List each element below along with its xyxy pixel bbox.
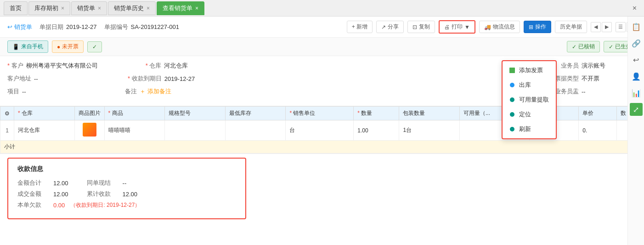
- cumulative-label: 累计收款: [87, 190, 119, 198]
- row-product-img: [74, 120, 104, 141]
- th-min-stock: 最低库存: [225, 107, 286, 120]
- deal-amount-field: 成交金额 12.00: [17, 190, 68, 198]
- th-spec: 规格型号: [165, 107, 226, 120]
- same-order-value: --: [123, 180, 127, 187]
- staff-field: 业务员 演示账号: [561, 62, 637, 70]
- close-tab-inventory[interactable]: ×: [61, 5, 64, 11]
- sold-badge[interactable]: ✓ 已核销: [567, 41, 600, 52]
- header-actions: + 新增 ↗ 分享 ⊡ 复制 🖨 打印 ▼ 🚚 物流信息 ⊞ 操作: [347, 20, 637, 34]
- next-arrow[interactable]: ▶: [602, 22, 612, 32]
- add-invoice-item[interactable]: 添加发票: [503, 63, 556, 78]
- locate-icon: [509, 111, 515, 118]
- same-order-field: 同单现结 --: [87, 179, 127, 187]
- row-num: 1: [0, 120, 14, 141]
- sidebar-link-icon[interactable]: 🔗: [630, 37, 643, 50]
- new-button[interactable]: + 新增: [347, 21, 373, 33]
- row-spec: [165, 120, 226, 141]
- refresh-item[interactable]: 刷新: [503, 122, 556, 137]
- history-button[interactable]: 历史单据: [555, 21, 587, 33]
- doc-type-badge: ↩ 销货单: [7, 23, 32, 31]
- circle-teal-icon-2: [510, 112, 514, 117]
- row-product: 嘻嘻嘻嘻: [104, 120, 165, 141]
- overdue-value: 0.00: [53, 202, 65, 209]
- list-view-btn[interactable]: ☰: [616, 22, 626, 32]
- operations-dropdown: 添加发票 出库 可用量提取 定位 刷新: [502, 60, 557, 139]
- doc-type-label: 销货单: [14, 23, 32, 31]
- payment-row-3: 本单欠款 0.00 （收款到期日: 2019-12-27）: [17, 201, 236, 209]
- th-gear[interactable]: ⚙: [0, 107, 14, 120]
- th-pack-qty: 包装数量: [399, 107, 460, 120]
- subtotal-row: 小计: [0, 141, 644, 154]
- payment-row-2: 成交金额 12.00 累计收款 12.00: [17, 190, 236, 198]
- salesperson-field: 业务员盂 --: [551, 87, 637, 96]
- toolbar-row: 📱 来自手机 ● 未开票 ✓ ✓ 已核销 ✓ 已生效: [0, 38, 644, 56]
- due-date-value[interactable]: 2019-12-27: [164, 75, 220, 82]
- print-button[interactable]: 🖨 打印 ▼: [439, 20, 475, 34]
- sidebar-copy-icon[interactable]: 📋: [630, 20, 643, 33]
- sidebar-return-icon[interactable]: ↩: [630, 53, 643, 66]
- available-qty-item[interactable]: 可用量提取: [503, 92, 556, 107]
- tab-home[interactable]: 首页: [4, 1, 28, 15]
- doc-info: 单据日期 2019-12-27 单据编号 SA-20191227-001: [40, 23, 179, 31]
- close-tab-history[interactable]: ×: [147, 5, 150, 11]
- doc-number-label: 单据编号: [104, 23, 128, 31]
- operations-button[interactable]: ⊞ 操作: [524, 21, 551, 33]
- close-all-button[interactable]: ×: [629, 2, 640, 14]
- square-icon: [509, 68, 515, 73]
- address-field: 客户地址 --: [7, 74, 89, 83]
- total-amount-label: 金额合计: [17, 179, 50, 187]
- prev-arrow[interactable]: ◀: [591, 22, 601, 32]
- doc-date-field: 单据日期 2019-12-27: [40, 23, 97, 31]
- add-note-button[interactable]: ＋ 添加备注: [140, 87, 171, 96]
- phone-icon: 📱: [12, 44, 19, 50]
- warehouse-field: 仓库 河北仓库: [146, 62, 220, 70]
- warehouse-value[interactable]: 河北仓库: [164, 62, 219, 70]
- tab-sales-order[interactable]: 销货单 ×: [71, 1, 107, 15]
- doc-date-label: 单据日期: [40, 23, 63, 31]
- sidebar-chart-icon[interactable]: 📊: [630, 86, 643, 99]
- tab-sales-history[interactable]: 销货单历史 ×: [108, 1, 156, 15]
- close-tab-sales[interactable]: ×: [98, 5, 101, 11]
- refresh-label: 刷新: [519, 125, 531, 133]
- from-phone-btn[interactable]: 📱 来自手机: [7, 40, 48, 53]
- customer-value[interactable]: 柳州粤港平安气体有限公司: [26, 62, 98, 70]
- add-invoice-label: 添加发票: [519, 66, 543, 74]
- logistics-button[interactable]: 🚚 物流信息: [479, 21, 520, 33]
- circle-teal-icon-3: [510, 127, 514, 131]
- doc-number-value: SA-20191227-001: [131, 23, 180, 30]
- subtotal-cell: 小计: [0, 141, 644, 154]
- tab-view-sales[interactable]: 查看销货单 ×: [157, 1, 204, 15]
- customer-label: 客户: [7, 62, 23, 70]
- note-field: 备注 ＋ 添加备注: [125, 87, 171, 96]
- not-opened-btn[interactable]: ● 未开票: [52, 40, 84, 53]
- check-icon: ✓: [92, 44, 97, 50]
- outbound-icon: [509, 82, 515, 88]
- doc-date-value: 2019-12-27: [66, 23, 97, 30]
- check-btn[interactable]: ✓: [87, 41, 102, 52]
- circle-teal-icon: [510, 97, 514, 102]
- row-quantity: 1.00: [354, 120, 399, 141]
- logistics-icon: 🚚: [484, 24, 491, 30]
- sidebar-expand-icon[interactable]: ⤢: [630, 103, 643, 116]
- outbound-item[interactable]: 出库: [503, 78, 556, 92]
- close-tab-view-sales[interactable]: ×: [195, 5, 198, 11]
- tab-inventory-init[interactable]: 库存期初 ×: [28, 1, 70, 15]
- share-button[interactable]: ↗ 分享: [376, 21, 404, 33]
- add-invoice-icon: [509, 67, 515, 74]
- row-warehouse: 河北仓库: [14, 120, 75, 141]
- locate-label: 定位: [519, 110, 531, 119]
- share-icon: ↗: [381, 24, 386, 30]
- copy-button[interactable]: ⊡ 复制: [407, 21, 435, 33]
- locate-item[interactable]: 定位: [503, 107, 556, 122]
- sidebar-user-icon[interactable]: 👤: [630, 70, 643, 83]
- add-icon: ＋: [140, 87, 146, 96]
- payment-row-1: 金额合计 12.00 同单现结 --: [17, 179, 236, 187]
- deal-amount-label: 成交金额: [17, 190, 50, 198]
- tab-bar: 首页 库存期初 × 销货单 × 销货单历史 × 查看销货单 × ×: [0, 0, 644, 17]
- overdue-label: 本单欠款: [17, 201, 50, 209]
- refresh-icon: [509, 126, 515, 132]
- row-min-stock: [225, 120, 286, 141]
- note-label: 备注: [125, 87, 137, 96]
- doc-type-icon: ↩: [7, 23, 12, 30]
- address-label: 客户地址: [7, 74, 31, 83]
